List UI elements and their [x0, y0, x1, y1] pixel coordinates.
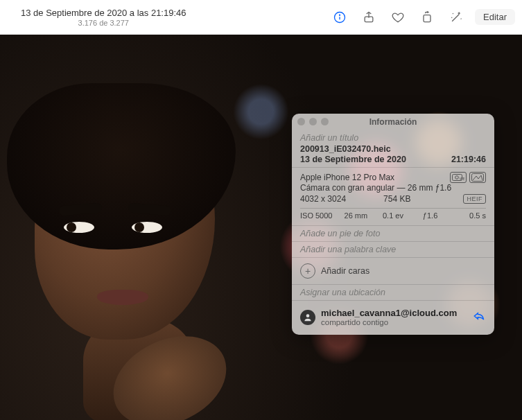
shared-with-row[interactable]: michael_cavanna1@icloud.com compartido c…	[292, 301, 494, 335]
minimize-dot[interactable]	[309, 118, 317, 125]
rotate-button[interactable]	[414, 7, 440, 28]
info-panel-titlebar[interactable]: Información	[292, 114, 494, 130]
shared-status-label: compartido contigo	[321, 318, 457, 326]
caption-input[interactable]: Añade un pie de foto	[300, 229, 486, 238]
dimensions-label: 4032 x 3024	[300, 194, 346, 204]
plus-icon: +	[300, 263, 315, 279]
add-faces-row[interactable]: + Añadir caras	[292, 258, 494, 285]
edit-button[interactable]: Editar	[475, 9, 515, 25]
aperture-value: ƒ1.6	[412, 211, 449, 220]
date-label: 13 de Septiembre de 2020	[300, 155, 406, 164]
camera-section: Apple iPhone 12 Pro Max WB Cámara con gr…	[292, 168, 494, 226]
lens-label: Cámara con gran angular — 26 mm ƒ1.6	[300, 183, 486, 193]
photo-viewer[interactable]: Información Añadir un título 200913_iE03…	[0, 35, 522, 420]
time-label: 21:19:46	[451, 155, 486, 164]
raw-wb-icon: WB	[450, 172, 467, 183]
photo-subject	[21, 111, 256, 416]
toolbar-actions: Editar	[327, 7, 515, 28]
reply-button[interactable]	[472, 309, 486, 325]
shared-text: michael_cavanna1@icloud.com compartido c…	[321, 308, 457, 326]
location-input[interactable]: Asignar una ubicación	[300, 288, 486, 297]
svg-point-6	[455, 176, 459, 180]
svg-point-2	[340, 15, 340, 15]
heart-icon	[391, 10, 405, 24]
shared-by-label: michael_cavanna1@icloud.com	[321, 308, 457, 318]
favorite-button[interactable]	[385, 7, 411, 28]
rotate-icon	[420, 10, 434, 24]
wand-icon	[449, 10, 463, 24]
window-controls[interactable]	[297, 118, 329, 125]
exposure-icon	[469, 172, 486, 183]
person-icon	[303, 313, 313, 322]
zoom-dot[interactable]	[321, 118, 329, 125]
ev-value: 0.1 ev	[374, 211, 412, 220]
keyword-input[interactable]: Añadir una palabra clave	[300, 245, 486, 254]
svg-point-9	[306, 314, 310, 317]
toolbar: 13 de Septiembre de 2020 a las 21:19:46 …	[0, 0, 522, 35]
close-dot[interactable]	[297, 118, 305, 125]
svg-text:WB: WB	[460, 177, 464, 181]
exif-metrics: ISO 5000 26 mm 0.1 ev ƒ1.6 0.5 s	[300, 208, 486, 220]
info-button[interactable]	[327, 7, 353, 28]
info-panel-title: Información	[369, 117, 417, 127]
photo-datetime: 13 de Septiembre de 2020 a las 21:19:46	[21, 8, 186, 18]
caption-section: Añade un pie de foto	[292, 226, 494, 242]
reply-icon	[472, 309, 486, 323]
location-section: Asignar una ubicación	[292, 285, 494, 301]
title-section: Añadir un título 200913_iE032470.heic 13…	[292, 130, 494, 168]
toolbar-title-block: 13 de Septiembre de 2020 a las 21:19:46 …	[7, 8, 186, 27]
avatar	[300, 310, 315, 325]
camera-model: Apple iPhone 12 Pro Max	[300, 173, 394, 182]
photo-counter: 3.176 de 3.277	[21, 19, 186, 27]
enhance-button[interactable]	[443, 7, 469, 28]
iso-value: ISO 5000	[300, 211, 338, 220]
keyword-section: Añadir una palabra clave	[292, 242, 494, 258]
title-input[interactable]: Añadir un título	[300, 133, 486, 143]
share-button[interactable]	[356, 7, 382, 28]
format-badge: HEIF	[463, 194, 486, 204]
info-icon	[333, 10, 347, 24]
info-panel: Información Añadir un título 200913_iE03…	[292, 114, 494, 335]
focal-value: 26 mm	[338, 211, 375, 220]
share-icon	[362, 10, 376, 24]
shutter-value: 0.5 s	[449, 211, 486, 220]
add-faces-label: Añadir caras	[321, 266, 369, 276]
filename-label: 200913_iE032470.heic	[300, 144, 486, 154]
svg-rect-4	[424, 15, 430, 21]
filesize-label: 754 KB	[383, 194, 410, 204]
